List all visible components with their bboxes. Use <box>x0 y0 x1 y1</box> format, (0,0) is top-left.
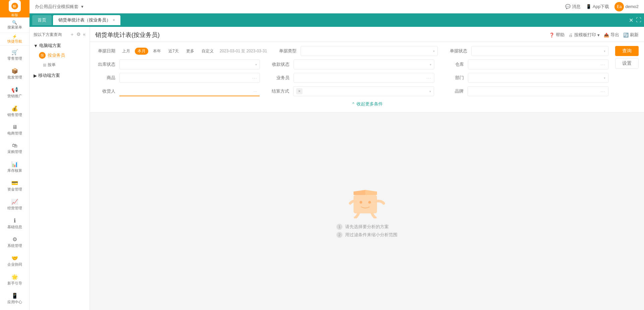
export-icon: 📤 <box>604 33 609 38</box>
doc-type-select[interactable]: ▾ <box>301 46 438 56</box>
empty-svg <box>347 185 387 218</box>
lp-add-icon[interactable]: ＋ <box>70 32 74 38</box>
tab-sales-stat[interactable]: 销货单统计表（按业务员） × <box>53 15 120 25</box>
sidebar-icon-4: 📢 <box>11 87 18 93</box>
sidebar-icon-11: ℹ <box>14 217 16 224</box>
sidebar-item-8[interactable]: 📊库存核算 <box>6 158 23 176</box>
doc-status-label: 单据状态 <box>447 48 467 54</box>
app-logo: 畅 标版 <box>0 0 30 17</box>
sidebar-item-13[interactable]: 🤝企业协同 <box>6 252 23 270</box>
settle-tag-close[interactable]: × <box>298 89 301 94</box>
search-icon: 🔍 <box>0 20 29 25</box>
search-label: 搜索菜单 <box>0 25 29 30</box>
tab-home[interactable]: 首页 <box>32 15 52 25</box>
sidebar-item-4[interactable]: 📢营销推广 <box>6 83 23 102</box>
sidebar-search[interactable]: 🔍 搜索菜单 <box>0 17 29 33</box>
date-btn-this-year[interactable]: 本年 <box>150 48 164 55</box>
topbar-right: 💬 消息 📱 App下载 Ea demo2 <box>565 2 639 11</box>
lp-mobile-title[interactable]: ▶ 移动端方案 <box>30 71 90 80</box>
lp-desktop-title[interactable]: ▼ 电脑端方案 <box>30 41 90 50</box>
brand-select[interactable]: ··· <box>468 86 608 96</box>
empty-state: 1 请先选择要分析的方案 2 用过滤条件来缩小分析范围 <box>336 185 397 238</box>
lp-mobile-arrow: ▶ <box>34 73 37 78</box>
goods-select[interactable]: ··· <box>119 73 260 83</box>
export-btn[interactable]: 📤 导出 <box>604 32 619 38</box>
warehouse-select[interactable]: ··· <box>468 59 608 69</box>
maximize-window-btn[interactable]: ⛶ <box>636 17 641 23</box>
consignee-input[interactable]: ··· <box>119 86 260 96</box>
app-download-btn[interactable]: 📱 App下载 <box>586 4 609 10</box>
sidebar-item-9[interactable]: 💳资金管理 <box>6 176 23 195</box>
template-print-label: 按模板打印 <box>574 32 596 38</box>
sidebar-item-3[interactable]: 📦批发管理 <box>6 64 23 83</box>
sidebar-item-11[interactable]: ℹ基础信息 <box>6 214 23 233</box>
sidebar-item-6[interactable]: 🖥电商管理 <box>6 121 23 139</box>
collect-status-select[interactable]: ▾ <box>293 59 434 69</box>
doc-status-select[interactable]: ▾ <box>471 46 608 56</box>
sidebar-item-2[interactable]: 🛒零售管理 <box>6 46 23 64</box>
filter-fields: 单据日期 上月 本月 本年 近7天 更多 自定义 2023-03-01 至 20… <box>95 46 608 100</box>
sidebar: 畅 标版 🔍 搜索菜单 ⚡ 快捷导航 🛒零售管理📦批发管理📢营销推广💰销售管理🖥… <box>0 0 30 310</box>
dept-select[interactable]: ▾ <box>468 73 608 83</box>
staff-select[interactable]: ··· <box>293 73 434 83</box>
sidebar-item-16[interactable]: 💬企业微信 <box>6 308 23 310</box>
sidebar-item-10[interactable]: 📈经营管理 <box>6 195 23 214</box>
user-menu[interactable]: Ea demo2 <box>614 2 639 11</box>
out-status-label: 出库状态 <box>95 61 115 67</box>
filter-wrapper: 单据日期 上月 本月 本年 近7天 更多 自定义 2023-03-01 至 20… <box>95 46 639 100</box>
svg-point-4 <box>368 201 371 204</box>
refresh-btn[interactable]: 🔄 刷新 <box>623 32 639 38</box>
sidebar-label-9: 资金管理 <box>7 187 22 192</box>
sidebar-icon-12: ⚙ <box>12 236 17 243</box>
date-btn-last-month[interactable]: 上月 <box>119 48 133 55</box>
date-range-display: 2023-03-01 至 2023-03-31 <box>220 48 267 54</box>
lp-sub-label: 按单 <box>48 62 56 68</box>
svg-rect-2 <box>354 195 377 213</box>
sidebar-item-5[interactable]: 💰销售管理 <box>6 102 23 121</box>
collapse-btn[interactable]: ⌃ 收起更多条件 <box>95 100 639 108</box>
sidebar-icon-6: 🖥 <box>12 124 17 130</box>
date-btn-more[interactable]: 更多 <box>183 48 197 55</box>
lp-header-text: 按以下方案查询 <box>34 32 62 38</box>
content-area: 按以下方案查询 ＋ ⚙ « ▼ 电脑端方案 按 按业务员 ⊞ 按单 <box>30 27 644 310</box>
date-group: 上月 本月 本年 近7天 更多 自定义 2023-03-01 至 2023-03… <box>119 48 267 55</box>
date-btn-this-month[interactable]: 本月 <box>135 48 148 55</box>
sidebar-item-7[interactable]: 🛍采购管理 <box>6 139 23 158</box>
out-status-select[interactable]: ▾ <box>119 59 260 69</box>
lp-mobile-label: 移动端方案 <box>38 72 60 79</box>
lp-settings-icon[interactable]: ⚙ <box>76 32 81 38</box>
sidebar-quicknav[interactable]: ⚡ 快捷导航 <box>0 33 29 46</box>
quicknav-icon: ⚡ <box>0 34 29 39</box>
help-btn[interactable]: ❓ 帮助 <box>549 32 565 38</box>
lp-item-by-staff[interactable]: 按 按业务员 <box>30 50 90 60</box>
tab-active-label: 销货单统计表（按业务员） <box>58 17 111 23</box>
message-btn[interactable]: 💬 消息 <box>565 4 581 10</box>
lp-collapse-icon[interactable]: « <box>83 32 86 38</box>
step-2-num: 2 <box>336 232 342 238</box>
tab-close-icon[interactable]: × <box>113 18 115 22</box>
settle-select[interactable]: × ▾ <box>293 86 434 96</box>
settle-arrow: ▾ <box>429 90 431 93</box>
filter-area: 单据日期 上月 本月 本年 近7天 更多 自定义 2023-03-01 至 20… <box>90 42 644 113</box>
print-arrow: ▾ <box>597 33 600 38</box>
query-button[interactable]: 查询 <box>615 46 639 56</box>
sidebar-label-14: 新手引导 <box>7 281 22 286</box>
date-btn-custom[interactable]: 自定义 <box>199 48 216 55</box>
sidebar-label-10: 经营管理 <box>7 206 22 211</box>
sidebar-icon-13: 🤝 <box>11 255 18 261</box>
template-print-btn[interactable]: 🖨 按模板打印 ▾ <box>569 32 600 38</box>
close-window-btn[interactable]: ✕ <box>629 17 633 23</box>
date-btn-7days[interactable]: 近7天 <box>166 48 181 55</box>
username-label: demo2 <box>625 4 639 9</box>
sidebar-icon-15: 📱 <box>11 293 18 299</box>
sidebar-item-14[interactable]: 🌟新手引导 <box>6 270 23 289</box>
dropdown-icon[interactable]: ▾ <box>81 4 84 9</box>
sidebar-item-12[interactable]: ⚙系统管理 <box>6 233 23 252</box>
settings-button[interactable]: 设置 <box>615 58 639 69</box>
collapse-arrow: ⌃ <box>352 102 355 107</box>
sidebar-icon-9: 💳 <box>11 180 18 186</box>
sidebar-icon-5: 💰 <box>11 105 18 112</box>
settle-tag: × <box>296 88 303 94</box>
sidebar-item-15[interactable]: 📱应用中心 <box>6 289 23 308</box>
lp-sub-item[interactable]: ⊞ 按单 <box>30 60 90 69</box>
